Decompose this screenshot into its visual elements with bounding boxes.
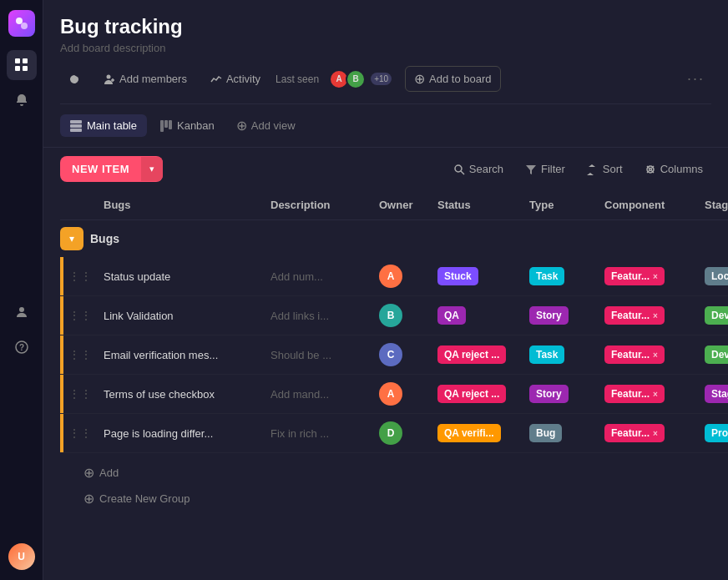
row-description: Fix in rich ... xyxy=(264,421,372,446)
avatars-group: A B +10 xyxy=(329,69,392,89)
type-badge: Story xyxy=(529,385,569,403)
component-badge: Featur... × xyxy=(604,345,665,364)
refresh-button[interactable] xyxy=(60,69,88,89)
sidebar-icon-bell[interactable] xyxy=(7,85,37,115)
user-avatar[interactable]: U xyxy=(8,543,35,570)
row-component[interactable]: Featur... × xyxy=(598,419,698,447)
page-header: Bug tracking Add board description Add m… xyxy=(43,0,728,104)
row-name: Page is loading differ... xyxy=(97,421,264,446)
group-label: Bugs xyxy=(90,232,119,245)
filter-button[interactable]: Filter xyxy=(517,158,574,180)
row-status[interactable]: QA xyxy=(431,301,523,330)
row-stage[interactable]: Product ... xyxy=(698,419,728,447)
svg-rect-12 xyxy=(70,129,82,132)
col-header-stage: Stage xyxy=(698,190,728,219)
avatar-count: +10 xyxy=(371,73,392,85)
row-component[interactable]: Featur... × xyxy=(598,340,698,369)
group-toggle[interactable]: ▾ xyxy=(60,227,83,250)
add-view-button[interactable]: ⊕ Add view xyxy=(228,113,304,139)
row-type[interactable]: Task xyxy=(523,340,598,369)
table-row[interactable]: ⋮⋮ Page is loading differ... Fix in rich… xyxy=(60,414,728,453)
table-row[interactable]: ⋮⋮ Email verification mes... Should be .… xyxy=(60,335,728,375)
avatar-2: B xyxy=(346,69,366,89)
new-item-button[interactable]: NEW ITEM ▾ xyxy=(60,156,163,182)
row-component[interactable]: Featur... × xyxy=(598,301,698,330)
sidebar-icon-people[interactable] xyxy=(7,297,37,327)
svg-rect-4 xyxy=(15,66,20,71)
row-status[interactable]: QA verifi... xyxy=(431,419,523,447)
col-header-owner: Owner xyxy=(372,190,431,219)
main-content: Bug tracking Add board description Add m… xyxy=(43,0,728,580)
header-actions: Add members Activity Last seen A B +10 ⊕… xyxy=(60,66,711,104)
row-drag-handle[interactable]: ⋮⋮ xyxy=(63,309,97,322)
component-close[interactable]: × xyxy=(653,390,658,399)
row-status[interactable]: Stuck xyxy=(431,262,523,290)
search-button[interactable]: Search xyxy=(445,158,512,180)
table-row[interactable]: ⋮⋮ Link Validation Add links i... B QA S… xyxy=(60,296,728,335)
col-header-bugs: Bugs xyxy=(97,190,264,219)
component-close[interactable]: × xyxy=(653,351,658,360)
sort-button[interactable]: Sort xyxy=(579,158,631,180)
more-options-button[interactable]: ··· xyxy=(680,66,711,92)
tab-kanban[interactable]: Kanban xyxy=(150,114,225,137)
row-type[interactable]: Story xyxy=(523,301,598,330)
component-badge: Featur... × xyxy=(604,424,665,442)
sidebar-icon-help[interactable]: ? xyxy=(7,332,37,362)
stage-badge: Develop ... xyxy=(705,306,728,325)
create-group-button[interactable]: ⊕ Create New Group xyxy=(77,486,196,512)
col-header-component: Component xyxy=(598,190,698,219)
svg-rect-2 xyxy=(15,58,20,63)
row-stage[interactable]: Develop ... xyxy=(698,340,728,369)
owner-avatar: A xyxy=(379,265,402,288)
app-logo[interactable] xyxy=(8,10,35,37)
add-to-board-button[interactable]: ⊕ Add to board xyxy=(405,66,500,92)
status-badge: QA xyxy=(437,306,466,325)
svg-point-16 xyxy=(455,165,462,172)
add-row-button[interactable]: ⊕ Add xyxy=(77,460,125,486)
row-name: Status update xyxy=(97,264,264,290)
component-close[interactable]: × xyxy=(653,272,658,281)
sort-icon xyxy=(587,164,599,175)
columns-button[interactable]: Columns xyxy=(636,158,711,180)
page-description: Add board description xyxy=(60,42,711,54)
row-stage[interactable]: Local xyxy=(698,262,728,290)
table-row[interactable]: ⋮⋮ Terms of use checkbox Add mand... A Q… xyxy=(60,375,728,414)
row-status[interactable]: QA reject ... xyxy=(431,380,523,408)
row-type[interactable]: Story xyxy=(523,380,598,408)
row-component[interactable]: Featur... × xyxy=(598,262,698,290)
owner-avatar: D xyxy=(379,421,402,445)
status-badge: QA reject ... xyxy=(437,385,506,403)
view-tabs: Main table Kanban ⊕ Add view xyxy=(43,104,728,148)
svg-rect-11 xyxy=(70,124,82,128)
page-title: Bug tracking xyxy=(60,15,711,38)
row-drag-handle[interactable]: ⋮⋮ xyxy=(63,387,97,401)
row-drag-handle[interactable]: ⋮⋮ xyxy=(63,270,97,283)
activity-button[interactable]: Activity xyxy=(202,68,269,89)
table-row[interactable]: ⋮⋮ Status update Add num... A Stuck Task… xyxy=(60,257,728,296)
svg-point-0 xyxy=(16,18,23,24)
row-type[interactable]: Bug xyxy=(523,419,598,447)
row-drag-handle[interactable]: ⋮⋮ xyxy=(63,426,97,440)
component-badge: Featur... × xyxy=(604,385,665,403)
row-drag-handle[interactable]: ⋮⋮ xyxy=(63,348,97,361)
create-group-icon: ⊕ xyxy=(83,491,94,507)
tab-main-table[interactable]: Main table xyxy=(60,114,147,137)
refresh-icon xyxy=(68,73,80,85)
sidebar-icon-grid[interactable] xyxy=(7,50,37,80)
row-type[interactable]: Task xyxy=(523,262,598,290)
component-close[interactable]: × xyxy=(653,311,658,320)
component-badge: Featur... × xyxy=(604,267,665,285)
row-component[interactable]: Featur... × xyxy=(598,380,698,408)
svg-rect-14 xyxy=(164,120,168,128)
add-members-button[interactable]: Add members xyxy=(95,68,195,89)
owner-avatar: B xyxy=(379,304,402,327)
component-close[interactable]: × xyxy=(653,429,658,438)
row-stage[interactable]: Develop ... xyxy=(698,301,728,330)
type-badge: Story xyxy=(529,306,569,325)
person-icon xyxy=(104,73,115,85)
stage-badge: Develop ... xyxy=(705,345,728,364)
row-stage[interactable]: Staging xyxy=(698,380,728,408)
new-item-dropdown-arrow[interactable]: ▾ xyxy=(141,157,163,181)
stage-badge: Staging xyxy=(705,385,728,403)
row-status[interactable]: QA reject ... xyxy=(431,340,523,369)
